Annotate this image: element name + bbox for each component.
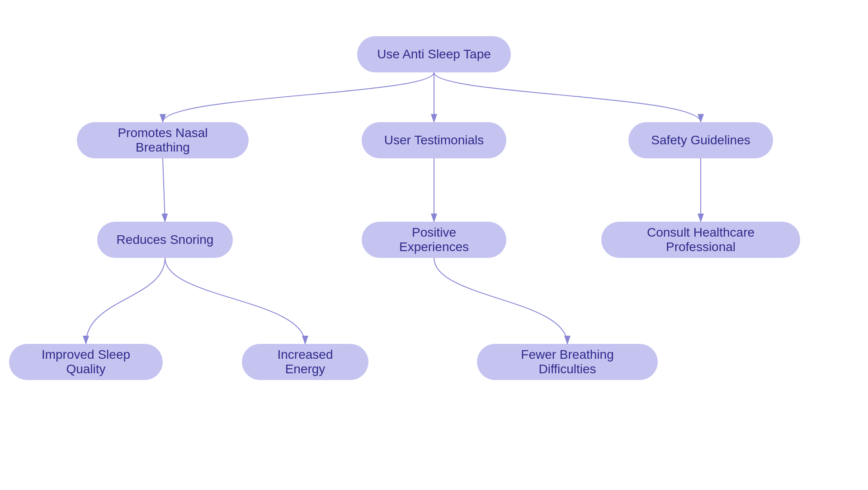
node-positive-experiences: Positive Experiences xyxy=(362,222,506,258)
node-nasal-breathing: Promotes Nasal Breathing xyxy=(77,122,249,158)
node-sleep-label: Improved Sleep Quality xyxy=(25,347,146,376)
node-root: Use Anti Sleep Tape xyxy=(357,36,511,72)
node-snoring-label: Reduces Snoring xyxy=(117,233,214,247)
node-reduces-snoring: Reduces Snoring xyxy=(97,222,233,258)
node-testimonials: User Testimonials xyxy=(362,122,506,158)
node-positive-label: Positive Experiences xyxy=(378,225,490,254)
node-fewer-breathing: Fewer Breathing Difficulties xyxy=(477,344,658,380)
node-testimonials-label: User Testimonials xyxy=(384,133,484,147)
node-improved-sleep: Improved Sleep Quality xyxy=(9,344,163,380)
node-nasal-label: Promotes Nasal Breathing xyxy=(93,126,232,155)
node-consult-label: Consult Healthcare Professional xyxy=(618,225,784,254)
node-energy-label: Increased Energy xyxy=(258,347,352,376)
diagram-container: Use Anti Sleep Tape Promotes Nasal Breat… xyxy=(0,0,868,490)
node-breathing-label: Fewer Breathing Difficulties xyxy=(493,347,642,376)
node-safety-label: Safety Guidelines xyxy=(651,133,750,147)
node-root-label: Use Anti Sleep Tape xyxy=(377,47,491,62)
node-increased-energy: Increased Energy xyxy=(242,344,368,380)
node-safety: Safety Guidelines xyxy=(628,122,773,158)
node-consult-healthcare: Consult Healthcare Professional xyxy=(601,222,800,258)
